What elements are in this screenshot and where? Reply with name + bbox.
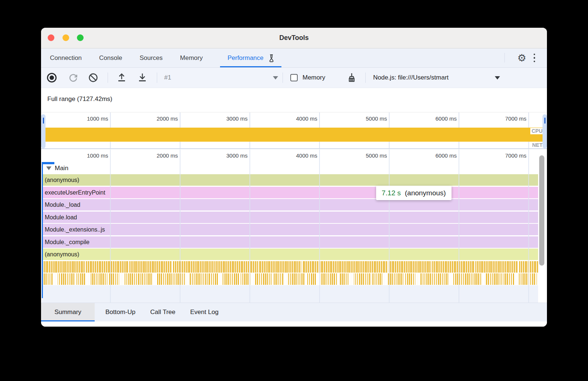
record-icon <box>47 73 57 82</box>
vertical-scrollbar[interactable] <box>539 155 544 266</box>
memory-checkbox-label[interactable]: Memory <box>303 68 339 88</box>
settings-gear-icon[interactable]: ⚙ <box>516 48 528 67</box>
titlebar: DevTools <box>41 28 547 48</box>
tooltip-name: (anonymous) <box>405 189 446 197</box>
tab-memory[interactable]: Memory <box>180 48 203 67</box>
track-selection-cap <box>42 162 54 164</box>
upload-icon <box>117 73 126 83</box>
target-selector[interactable]: Node.js: file:///Users/stmart <box>373 68 495 88</box>
cpu-activity-bar[interactable] <box>42 128 546 142</box>
kebab-menu-icon[interactable] <box>532 48 537 67</box>
chevron-down-icon <box>273 76 278 80</box>
full-range-label: Full range (7127.42ms) <box>47 95 112 103</box>
collect-garbage-button[interactable] <box>345 68 358 88</box>
overview-ruler: 1000 ms 2000 ms 3000 ms 4000 ms 5000 ms … <box>41 112 529 125</box>
tab-performance[interactable]: Performance <box>220 48 278 67</box>
save-profile-button[interactable] <box>137 68 148 88</box>
tabbar-divider <box>504 53 505 63</box>
flask-icon <box>267 54 276 63</box>
summary-pane <box>41 321 547 327</box>
flame-ruler: 1000 ms 2000 ms 3000 ms 4000 ms 5000 ms … <box>41 149 529 162</box>
clear-icon <box>88 73 98 82</box>
detail-tabbar: Summary Bottom-Up Call Tree Event Log <box>41 303 547 321</box>
tab-event-log[interactable]: Event Log <box>183 303 226 321</box>
clear-button[interactable] <box>88 68 99 88</box>
reload-record-button[interactable] <box>68 68 79 88</box>
history-dropdown-arrow[interactable] <box>272 68 279 88</box>
history-dropdown[interactable]: #1 <box>164 68 179 88</box>
target-selector-arrow[interactable] <box>494 68 501 88</box>
window-title: DevTools <box>41 28 547 48</box>
tab-bottom-up[interactable]: Bottom-Up <box>98 303 143 321</box>
triangle-down-icon <box>46 166 51 170</box>
toolbar-divider <box>283 73 283 83</box>
download-icon <box>138 73 147 83</box>
main-track-header[interactable]: Main <box>46 163 68 174</box>
tab-summary[interactable]: Summary <box>41 303 95 321</box>
chevron-down-icon <box>495 76 500 80</box>
broom-icon <box>346 72 357 83</box>
overview-right-handle[interactable] <box>543 114 547 148</box>
toolbar-divider <box>157 73 157 83</box>
tab-connection[interactable]: Connection <box>50 48 82 67</box>
track-selection-accent <box>42 164 43 298</box>
toolbar-divider <box>365 73 366 83</box>
devtools-window: DevTools Connection Console Sources Memo… <box>41 28 547 327</box>
tooltip-duration: 7.12 s <box>382 189 401 197</box>
performance-toolbar: #1 Memory Node.js: file:///Users/stmart <box>41 68 547 88</box>
reload-icon <box>68 73 78 82</box>
tab-console[interactable]: Console <box>99 48 122 67</box>
record-button[interactable] <box>46 68 57 88</box>
cpu-track-label: CPU <box>530 128 544 134</box>
flame-gridlines <box>41 149 538 303</box>
overview-left-handle[interactable] <box>41 114 45 148</box>
tab-sources[interactable]: Sources <box>139 48 162 67</box>
checkbox-icon <box>290 74 298 81</box>
toolbar-divider <box>108 73 108 83</box>
tab-call-tree[interactable]: Call Tree <box>143 303 183 321</box>
memory-checkbox[interactable] <box>290 68 298 88</box>
net-track-label: NET <box>531 142 544 148</box>
flame-tooltip: 7.12 s (anonymous) <box>376 186 452 200</box>
panel-tabbar: Connection Console Sources Memory Perfor… <box>41 48 547 68</box>
load-profile-button[interactable] <box>116 68 127 88</box>
